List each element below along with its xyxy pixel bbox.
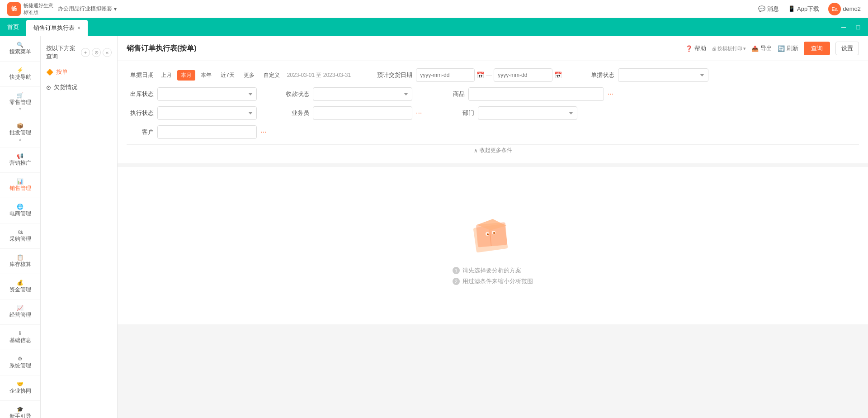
sidebar-item-basic-info[interactable]: ℹ 基础信息 [0,325,40,350]
tab-maximize-button[interactable]: □ [853,22,863,33]
help-button[interactable]: ❓ 帮助 [685,44,706,52]
export-button[interactable]: 📤 导出 [751,44,772,52]
refresh-icon: 🔄 [778,45,785,52]
date-end-calendar-icon[interactable]: 📅 [554,71,562,79]
filter-row-2: 出库状态 收款状态 商品 [127,87,859,101]
app-download-button[interactable]: 📱 App下载 [788,5,819,13]
add-scheme-button[interactable]: + [81,48,90,57]
expand-icon: ▾ [0,106,40,111]
sidebar-item-system-mgmt[interactable]: ⚙ 系统管理 [0,350,40,375]
sidebar-item-search-menu[interactable]: 🔍 搜索菜单 [0,36,40,62]
sidebar-item-retail-mgmt[interactable]: 🛒 零售管理 ▾ [0,87,40,117]
nav-tab-actions: ─ □ [838,22,863,33]
breadcrumb[interactable]: 办公用品行业模拟账套 ▾ [58,5,117,13]
product-more-icon[interactable]: ··· [608,90,613,98]
date-btn-last-7-days[interactable]: 近7天 [217,70,238,81]
quick-nav-icon: ⚡ [0,67,40,73]
message-button[interactable]: 💬 消息 [758,5,779,13]
filter-row-4: 客户 ··· [127,125,859,139]
scheme-settings-button[interactable]: ⊙ [92,48,101,57]
settings-button[interactable]: 设置 [835,42,859,55]
exec-status-select[interactable] [157,106,257,120]
sidebar-item-enterprise[interactable]: 🤝 企业协同 [0,375,40,401]
wholesale-icon: 📦 [0,123,40,129]
date-btn-this-month[interactable]: 本月 [177,70,195,81]
sidebar-item-finance[interactable]: 💰 资金管理 [0,274,40,299]
empty-state: 1 请先选择要分析的方案 2 用过滤条件来缩小分析范围 [118,167,868,324]
filter-row-3: 执行状态 业务员 ··· 部门 [127,106,859,120]
receipt-status-select[interactable] [313,87,412,101]
sidebar-item-ecommerce[interactable]: 🌐 电商管理 [0,198,40,223]
sidebar-item-wholesale-mgmt[interactable]: 📦 批发管理 ▴ [0,117,40,147]
refresh-button[interactable]: 🔄 刷新 [778,44,798,52]
dept-label: 部门 [447,109,474,117]
dept-select[interactable] [478,106,577,120]
filter-item-customer: 客户 ··· [127,125,266,139]
collapse-panel-button[interactable]: « [103,48,112,57]
retail-icon: 🛒 [0,92,40,99]
collapse-row: ∧ 收起更多条件 [127,144,859,156]
product-label: 商品 [438,90,465,98]
date-btn-custom[interactable]: 自定义 [260,70,283,81]
breadcrumb-arrow-icon[interactable]: ▾ [114,6,117,12]
date-label: 单据日期 [127,71,154,79]
expand-icon: ▴ [0,137,40,142]
scheme-item-by-order[interactable]: 🔶 按单 [41,64,117,80]
delivery-date-end[interactable] [494,68,552,82]
left-panel-title: 按以下方案查询 [46,44,81,61]
purchase-icon: 🛍 [0,229,40,235]
sidebar-item-purchase-mgmt[interactable]: 🛍 采购管理 [0,223,40,249]
tab-home[interactable]: 首页 [0,18,26,36]
filter-item-dept: 部门 [447,106,577,120]
empty-icon [466,203,520,257]
customer-more-icon[interactable]: ··· [260,128,266,136]
empty-hint-2: 2 用过滤条件来缩小分析范围 [453,277,533,285]
sidebar-item-operations[interactable]: 📈 经营管理 [0,299,40,325]
enterprise-icon: 🤝 [0,381,40,387]
system-icon: ⚙ [0,356,40,362]
sidebar-item-sales-mgmt[interactable]: 📊 销售管理 [0,173,40,198]
user-menu[interactable]: Ea demo2 [828,3,861,15]
date-start-calendar-icon[interactable]: 📅 [476,71,484,79]
delivery-date-label: 预计交货日期 [376,71,412,79]
delivery-date-range: 📅 — 📅 [416,68,562,82]
tab-sales-order-exec[interactable]: 销售订单执行表 × [26,20,88,36]
basic-info-icon: ℹ [0,330,40,337]
inventory-icon: 📋 [0,254,40,261]
filter-item-date: 单据日期 上月 本月 本年 近7天 更多 自定义 2023-03-01 至 20… [127,70,351,81]
top-bar-left: 畅 畅捷通好生意 标准版 办公用品行业模拟账套 ▾ [7,2,117,16]
sidebar-item-inventory[interactable]: 📋 库存核算 [0,249,40,274]
product-input[interactable] [468,87,604,101]
page-title: 销售订单执行表(按单) [127,44,197,53]
salesperson-more-icon[interactable]: ··· [416,109,422,117]
print-template-button[interactable]: 🖨 按模板打印 ▾ [712,45,746,52]
sidebar: 🔍 搜索菜单 ⚡ 快捷导航 🛒 零售管理 ▾ 📦 批发管理 ▴ 📢 营销推广 📊… [0,36,41,418]
filter-area: 单据日期 上月 本月 本年 近7天 更多 自定义 2023-03-01 至 20… [118,61,868,163]
date-btn-more[interactable]: 更多 [240,70,258,81]
app-download-icon: 📱 [788,5,795,12]
newcomer-icon: 🎓 [0,406,40,413]
print-dropdown-icon[interactable]: ▾ [743,46,746,52]
sidebar-item-quick-nav[interactable]: ⚡ 快捷导航 [0,62,40,87]
svg-point-7 [493,232,495,234]
date-btn-this-year[interactable]: 本年 [197,70,215,81]
search-button[interactable]: 查询 [804,42,830,55]
doc-status-select[interactable] [618,68,708,82]
scheme-item-owed-qty[interactable]: ⊙ 欠货情况 [41,80,117,95]
empty-hints: 1 请先选择要分析的方案 2 用过滤条件来缩小分析范围 [453,266,533,288]
customer-input[interactable] [157,125,257,139]
shipment-status-label: 出库状态 [127,90,154,98]
delivery-date-start[interactable] [416,68,475,82]
tab-close-icon[interactable]: × [77,25,80,31]
sidebar-item-newcomer[interactable]: 🎓 新手引导 [0,401,40,418]
date-btn-last-month[interactable]: 上月 [157,70,175,81]
marketing-icon: 📢 [0,153,40,159]
shipment-status-select[interactable] [157,87,257,101]
salesperson-input[interactable] [313,106,412,120]
app-logo: 畅 [7,2,21,16]
scheme-icon: 🔶 [46,69,53,76]
help-icon: ❓ [685,45,693,52]
sidebar-item-marketing[interactable]: 📢 营销推广 [0,147,40,173]
collapse-filter-button[interactable]: ∧ 收起更多条件 [474,147,512,154]
tab-minimize-button[interactable]: ─ [838,22,849,33]
